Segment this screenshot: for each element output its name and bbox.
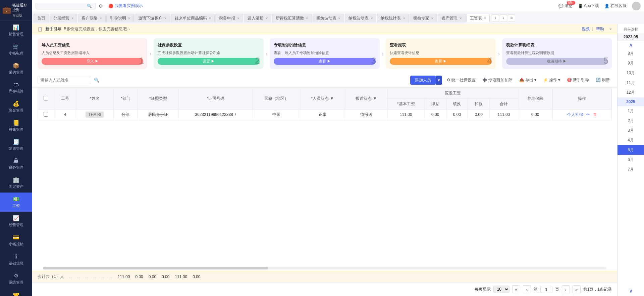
prev-page-button[interactable]: ‹ — [523, 285, 531, 293]
month-item-8[interactable]: 8月 — [618, 49, 644, 58]
app-download-button[interactable]: 📱 App下载 — [578, 3, 599, 9]
tab-close-tax-stats[interactable]: × — [403, 16, 405, 20]
page-size-select[interactable]: 10 20 50 — [493, 286, 509, 293]
tab-tax-burden[interactable]: 税负波动表 × — [313, 14, 344, 23]
tab-layered[interactable]: 分层经营 × — [50, 14, 77, 23]
sidebar-item-ecommerce[interactable]: 🛒 小畅电商 — [0, 40, 32, 59]
next-page-button[interactable]: › — [562, 285, 570, 293]
sidebar-item-invoice[interactable]: 🧾 发票管理 — [0, 135, 32, 155]
special-deduction-button[interactable]: ➕ 专项附加扣除 — [480, 77, 515, 84]
sidebar-item-management[interactable]: 📈 经营管理 — [0, 212, 32, 231]
tab-clearance[interactable]: 进入清册 × — [244, 14, 271, 23]
step-1-button[interactable]: 导入 ▶ — [42, 58, 143, 65]
month-item-3[interactable]: 3月 — [618, 126, 644, 135]
tab-close-guide[interactable]: × — [128, 16, 130, 20]
guide-close-button[interactable]: × — [609, 27, 612, 32]
first-page-button[interactable]: « — [512, 285, 520, 293]
month-item-10[interactable]: 10月 — [618, 68, 644, 78]
sidebar-item-sales[interactable]: 📊 销售管理 — [0, 21, 32, 40]
step-5-button[interactable]: 敬请期待 ▶ — [506, 58, 608, 65]
tab-close-tax-report[interactable]: × — [237, 16, 239, 20]
delete-link[interactable]: 🗑 — [593, 112, 597, 117]
table-scrollbar[interactable] — [32, 265, 617, 271]
month-item-1[interactable]: 1月 — [618, 106, 644, 116]
operations-button[interactable]: ⚡ 操作 ▾ — [541, 77, 562, 84]
export-button[interactable]: 📤 导出 ▾ — [517, 77, 538, 84]
collab-icon: 🤝 — [13, 292, 19, 296]
tab-tax-stats[interactable]: 纳税统计表 × — [377, 14, 409, 23]
tab-tax-report[interactable]: 税务申报 × — [215, 14, 243, 23]
row-checkbox[interactable] — [44, 112, 48, 117]
sidebar-item-purchase[interactable]: 📦 采购管理 — [0, 59, 32, 78]
sidebar-item-inventory[interactable]: 🗃 库存核算 — [0, 78, 32, 97]
tab-close-customer[interactable]: × — [100, 16, 102, 20]
tab-customer[interactable]: 客户联络 × — [78, 14, 105, 23]
tab-invite[interactable]: 邀请下游客户 × — [135, 14, 170, 23]
month-up-button[interactable]: ∧ — [627, 41, 635, 49]
tab-close-layered[interactable]: × — [71, 16, 73, 20]
personal-insurance-link[interactable]: 个人社保 — [567, 112, 583, 117]
select-all-checkbox[interactable] — [44, 96, 48, 100]
last-page-button[interactable]: » — [573, 285, 581, 293]
step-4-button[interactable]: 查看 ▶ — [390, 58, 491, 65]
refresh-button[interactable]: 🔄 刷新 — [594, 77, 612, 84]
tab-close-salary[interactable]: × — [484, 16, 486, 20]
page-input[interactable] — [540, 286, 552, 293]
month-item-12[interactable]: 12月 — [618, 88, 644, 97]
month-item-7[interactable]: 7月 — [618, 165, 644, 174]
guide-button[interactable]: 🎯 新手引导 — [565, 77, 591, 84]
sidebar-item-ledger[interactable]: 📒 总账管理 — [0, 116, 32, 135]
sidebar-item-assets[interactable]: 🏢 固定资产 — [0, 173, 32, 193]
employee-search-button[interactable]: 🔍 — [94, 78, 100, 83]
tab-product-code[interactable]: 往来单位商品编码 × — [171, 14, 215, 23]
sidebar-item-salary[interactable]: 💵 工资 — [0, 193, 32, 212]
tab-tax-expert[interactable]: 税检专家 × — [410, 14, 437, 23]
edit-link[interactable]: ✏ — [586, 112, 590, 117]
sidebar-item-finance[interactable]: 💰 资金管理 — [0, 97, 32, 116]
month-item-11[interactable]: 11月 — [618, 78, 644, 88]
tab-tax-fluctuation[interactable]: 纳税波动表 × — [345, 14, 376, 23]
tab-close-property[interactable]: × — [460, 16, 462, 20]
sidebar-item-system[interactable]: ⚙ 系统管理 — [0, 269, 32, 288]
month-item-6[interactable]: 6月 — [618, 155, 644, 165]
tab-close-tax-expert[interactable]: × — [431, 16, 433, 20]
tab-close-all-button[interactable]: × — [508, 14, 515, 22]
settings-icon[interactable]: ⚙ — [99, 3, 103, 9]
tab-guide[interactable]: 引导说明 × — [106, 14, 134, 23]
tab-prev-button[interactable]: ‹ — [492, 14, 499, 22]
user-avatar[interactable] — [632, 2, 641, 10]
topbar-search-input[interactable] — [39, 4, 86, 8]
month-item-9[interactable]: 9月 — [618, 58, 644, 68]
tab-salary[interactable]: 工资表 × — [466, 14, 490, 23]
demo-link[interactable]: 🔴 我要看实例演示 — [108, 3, 143, 9]
sidebar-item-basic[interactable]: ℹ 基础信息 — [0, 250, 32, 269]
add-employee-dropdown-button[interactable]: ▾ — [436, 76, 442, 85]
tab-close-invite[interactable]: × — [164, 16, 166, 20]
month-item-2[interactable]: 2月 — [618, 116, 644, 126]
tab-property[interactable]: 资产管理 × — [438, 14, 465, 23]
add-employee-button[interactable]: 添加人员 — [410, 76, 436, 85]
message-button[interactable]: 💬 消息 99+ — [558, 3, 573, 9]
month-item-5[interactable]: 5月 — [618, 145, 644, 155]
tab-income-tax[interactable]: 所得税汇算清缴 × — [272, 14, 312, 23]
employee-search-input[interactable] — [38, 76, 91, 84]
tab-close-tax-burden[interactable]: × — [338, 16, 340, 20]
tab-close-tax-fluctuation[interactable]: × — [371, 16, 373, 20]
tab-close-product-code[interactable]: × — [209, 16, 211, 20]
tab-next-button[interactable]: › — [500, 14, 507, 22]
step-2-button[interactable]: 设置 ▶ — [158, 58, 259, 65]
guide-help-link[interactable]: 帮助 — [596, 26, 604, 32]
guide-video-link[interactable]: 视频 — [582, 26, 590, 32]
topbar-search-box[interactable]: 🔍 — [36, 3, 96, 9]
tab-close-income-tax[interactable]: × — [306, 16, 308, 20]
online-service-button[interactable]: 👤 在线客服 — [604, 3, 627, 9]
sidebar-item-tax[interactable]: 🏛 税务管理 — [0, 155, 32, 173]
tab-home[interactable]: 首页 — [34, 14, 49, 23]
tab-close-clearance[interactable]: × — [266, 16, 268, 20]
sidebar-item-expense[interactable]: 💳 小畅报销 — [0, 231, 32, 250]
month-down-button[interactable]: ∨ — [627, 287, 635, 295]
sidebar-item-collab[interactable]: 🤝 企业协同 — [0, 288, 32, 296]
step-3-button[interactable]: 查看 ▶ — [274, 58, 375, 65]
month-item-4[interactable]: 4月 — [618, 135, 644, 145]
social-insurance-settings-button[interactable]: ⚙ 统一社保设置 — [445, 77, 478, 84]
